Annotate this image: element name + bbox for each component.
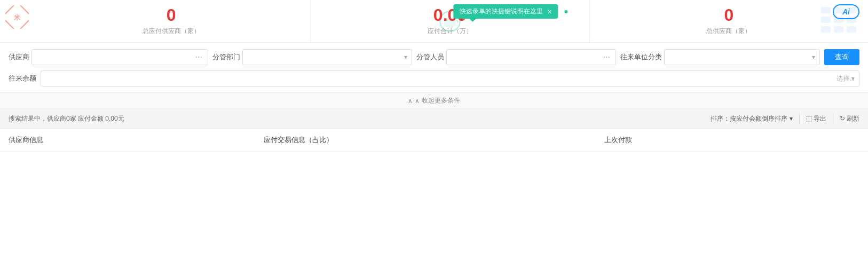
unit-category-filter: 往来单位分类 ▾: [620, 49, 820, 65]
stat-label-payable-total: 应付合计（万）: [428, 27, 472, 36]
balance-select[interactable]: [45, 75, 855, 83]
filter-row-1: 供应商 ··· 分管部门 ▾ 分管人员 ···: [9, 49, 859, 65]
divider-2: [833, 113, 833, 124]
tooltip-close-icon[interactable]: ×: [547, 8, 551, 15]
stat-number-payable-suppliers: 0: [167, 6, 176, 23]
sort-label: 排序：按应付会额倒序排序: [711, 114, 787, 123]
stat-label-payable-suppliers: 总应付供应商（家）: [143, 27, 200, 36]
supplier-filter: 供应商 ···: [9, 49, 208, 65]
result-info: 搜索结果中，供应商0家 应付金额 0.00元: [9, 114, 124, 123]
department-select[interactable]: [247, 53, 407, 61]
result-bar: 搜索结果中，供应商0家 应付金额 0.00元 排序：按应付会额倒序排序 ▾ ⬚ …: [0, 109, 868, 129]
refresh-icon: ↻: [840, 115, 845, 122]
svg-rect-8: [821, 17, 831, 23]
unit-category-select-wrap[interactable]: ▾: [664, 49, 820, 65]
supplier-input[interactable]: [36, 53, 194, 61]
export-icon: ⬚: [806, 115, 812, 122]
stat-total-suppliers: 0 总供应商（家） Ai: [590, 0, 868, 42]
person-input-wrap[interactable]: ···: [446, 49, 616, 65]
ai-badge[interactable]: Ai: [833, 4, 859, 19]
sort-control[interactable]: 排序：按应付会额倒序排序 ▾: [711, 114, 793, 123]
stats-bar: 米 0 总应付供应商（家） 0.00 应付合计（万） 快速录单的快捷键说明在这里…: [0, 0, 868, 43]
balance-chevron-icon: ▾: [851, 75, 855, 82]
stat-total-payable-suppliers: 0 总应付供应商（家）: [0, 0, 311, 42]
collapse-up-icon: ∧ ∧: [408, 97, 419, 105]
person-input[interactable]: [451, 53, 602, 61]
stat-payable-total: 0.00 应付合计（万） 快速录单的快捷键说明在这里 ×: [311, 0, 589, 42]
department-select-wrap[interactable]: ▾: [242, 49, 412, 65]
balance-select-wrap[interactable]: 选择... ▾: [41, 70, 859, 87]
tooltip-bubble: 快速录单的快捷键说明在这里 ×: [453, 4, 558, 19]
table-header: 供应商信息 应付交易信息（占比） 上次付款: [0, 129, 868, 152]
collapse-bar: ∧ ∧ 收起更多条件: [0, 92, 868, 109]
unit-category-chevron-icon: ▾: [812, 53, 815, 61]
balance-label: 往来余额: [9, 74, 36, 83]
refresh-label: 刷新: [847, 114, 859, 123]
table-body: [0, 152, 868, 258]
query-button[interactable]: 查询: [824, 49, 859, 65]
department-chevron-icon: ▾: [404, 53, 407, 61]
export-button[interactable]: ⬚ 导出: [806, 114, 826, 123]
table-col-last-payment: 上次付款: [604, 135, 859, 145]
supplier-input-wrap[interactable]: ···: [31, 49, 208, 65]
tooltip-dot: [564, 9, 569, 14]
svg-rect-12: [834, 26, 843, 33]
supplier-label: 供应商: [9, 52, 29, 62]
collapse-button[interactable]: ∧ ∧ 收起更多条件: [408, 96, 460, 105]
svg-rect-5: [821, 7, 831, 13]
supplier-dots[interactable]: ···: [194, 52, 203, 62]
svg-rect-11: [821, 26, 831, 33]
collapse-label: 收起更多条件: [422, 96, 460, 105]
person-label: 分管人员: [416, 52, 444, 62]
unit-category-label: 往来单位分类: [620, 52, 662, 62]
table-col-transaction-info: 应付交易信息（占比）: [264, 135, 604, 145]
filter-row-2: 往来余额 选择... ▾: [9, 70, 859, 87]
stat-label-total-suppliers: 总供应商（家）: [706, 27, 751, 36]
filter-bar: 供应商 ··· 分管部门 ▾ 分管人员 ···: [0, 43, 868, 92]
svg-rect-13: [847, 26, 856, 33]
stat-number-total-suppliers: 0: [724, 6, 733, 23]
sort-chevron-icon: ▾: [790, 115, 793, 122]
table-col-supplier-info: 供应商信息: [9, 135, 264, 145]
department-label: 分管部门: [212, 52, 240, 62]
refresh-button[interactable]: ↻ 刷新: [840, 114, 859, 123]
person-dots[interactable]: ···: [602, 52, 611, 62]
department-filter: 分管部门 ▾: [212, 49, 412, 65]
person-filter: 分管人员 ···: [416, 49, 616, 65]
tooltip-text: 快速录单的快捷键说明在这里: [460, 7, 543, 16]
unit-category-select[interactable]: [669, 53, 815, 61]
divider: [799, 113, 800, 124]
export-label: 导出: [814, 114, 826, 123]
result-actions: 排序：按应付会额倒序排序 ▾ ⬚ 导出 ↻ 刷新: [711, 113, 859, 124]
